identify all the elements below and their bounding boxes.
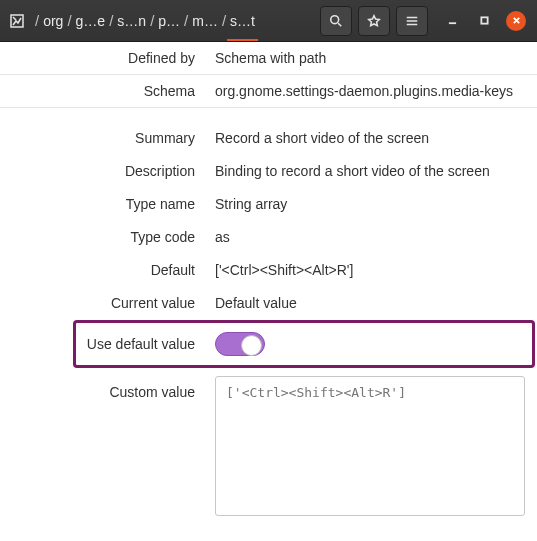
row-description: Description Binding to record a short vi… — [0, 155, 537, 188]
row-use-default: Use default value — [73, 320, 535, 368]
crumb-0[interactable]: org — [40, 0, 66, 41]
label-current: Current value — [0, 287, 203, 320]
svg-point-0 — [331, 15, 339, 23]
crumb-1[interactable]: g…e — [73, 0, 109, 41]
close-button[interactable] — [506, 11, 526, 31]
use-default-switch[interactable] — [215, 332, 265, 356]
crumb-5[interactable]: s…t — [227, 0, 258, 41]
crumb-3[interactable]: p… — [155, 0, 183, 41]
hamburger-icon — [405, 14, 419, 28]
spacer — [0, 108, 537, 122]
menu-button[interactable] — [396, 6, 428, 36]
close-icon — [512, 16, 521, 25]
maximize-icon — [480, 16, 489, 25]
value-type-code: as — [203, 221, 537, 254]
star-icon — [367, 14, 381, 28]
row-custom-value: Custom value — [0, 368, 537, 516]
maximize-button[interactable] — [474, 11, 494, 31]
value-default: ['<Ctrl><Shift><Alt>R'] — [203, 254, 537, 287]
row-default: Default ['<Ctrl><Shift><Alt>R'] — [0, 254, 537, 287]
bookmark-button[interactable] — [358, 6, 390, 36]
label-schema: Schema — [0, 75, 203, 107]
label-default: Default — [0, 254, 203, 287]
row-current: Current value Default value — [0, 287, 537, 320]
value-current: Default value — [203, 287, 537, 320]
label-type-name: Type name — [0, 188, 203, 221]
row-type-code: Type code as — [0, 221, 537, 254]
window-controls — [442, 11, 526, 31]
value-schema: org.gnome.settings-daemon.plugins.media-… — [203, 75, 537, 107]
value-description: Binding to record a short video of the s… — [203, 155, 537, 188]
svg-rect-1 — [481, 17, 487, 23]
row-schema: Schema org.gnome.settings-daemon.plugins… — [0, 75, 537, 108]
label-description: Description — [0, 155, 203, 188]
label-custom-value: Custom value — [0, 376, 203, 516]
titlebar: / org / g…e / s…n / p… / m… / s…t — [0, 0, 537, 42]
minimize-button[interactable] — [442, 11, 462, 31]
row-summary: Summary Record a short video of the scre… — [0, 122, 537, 155]
crumb-2[interactable]: s…n — [114, 0, 149, 41]
app-icon[interactable] — [5, 9, 29, 33]
label-use-default: Use default value — [76, 332, 203, 356]
search-icon — [329, 14, 343, 28]
value-summary: Record a short video of the screen — [203, 122, 537, 155]
row-defined-by: Defined by Schema with path — [0, 42, 537, 75]
crumb-4[interactable]: m… — [189, 0, 221, 41]
search-button[interactable] — [320, 6, 352, 36]
custom-value-input[interactable] — [215, 376, 525, 516]
label-defined-by: Defined by — [0, 42, 203, 74]
breadcrumb: / org / g…e / s…n / p… / m… / s…t — [34, 0, 314, 41]
label-type-code: Type code — [0, 221, 203, 254]
content: Defined by Schema with path Schema org.g… — [0, 42, 537, 516]
value-type-name: String array — [203, 188, 537, 221]
value-defined-by: Schema with path — [203, 42, 537, 74]
row-type-name: Type name String array — [0, 188, 537, 221]
label-summary: Summary — [0, 122, 203, 155]
minimize-icon — [448, 16, 457, 25]
